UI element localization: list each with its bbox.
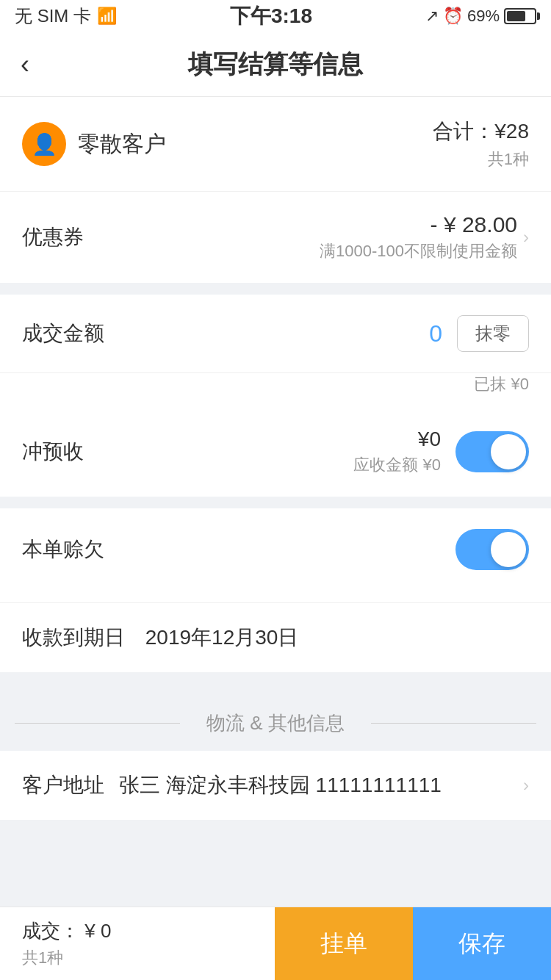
page-title: 填写结算等信息	[188, 48, 363, 82]
transaction-value: 0	[429, 320, 442, 347]
address-row[interactable]: 客户地址 张三 海淀永丰科技园 11111111111 ›	[0, 751, 551, 820]
logistics-line-right	[371, 723, 536, 724]
duedate-value: 2019年12月30日	[145, 626, 299, 649]
coupon-row[interactable]: 优惠券 - ¥ 28.00 满1000-100不限制使用金额 ›	[0, 191, 551, 283]
customer-left: 👤 零散客户	[22, 122, 166, 166]
toggle-knob	[491, 434, 526, 469]
advance-right-text: ¥0 应收金额 ¥0	[353, 428, 441, 476]
advance-sub: 应收金额 ¥0	[353, 454, 441, 476]
customer-count: 共1种	[433, 148, 529, 170]
customer-name: 零散客户	[78, 129, 166, 159]
status-right: ↗ ⏰ 69%	[425, 7, 536, 26]
debt-section: 本单赊欠 收款到期日 2019年12月30日	[0, 508, 551, 672]
coupon-right-inner: - ¥ 28.00 满1000-100不限制使用金额	[320, 212, 517, 262]
debt-toggle-knob	[491, 532, 526, 567]
round-zero-button[interactable]: 抹零	[457, 315, 529, 352]
address-value: 张三 海淀永丰科技园 11111111111	[119, 771, 523, 799]
battery-percent: 69%	[467, 7, 500, 26]
save-button[interactable]: 保存	[413, 907, 551, 981]
status-left: 无 SIM 卡 📶	[15, 4, 117, 28]
advance-label: 冲预收	[22, 438, 84, 466]
bottom-info: 成交： ¥ 0 共1种	[0, 918, 275, 969]
logistics-line-left	[15, 723, 180, 724]
advance-amount: ¥0	[353, 428, 441, 451]
debt-label: 本单赊欠	[22, 536, 104, 563]
chevron-right-icon: ›	[523, 227, 529, 248]
time-label: 下午3:18	[230, 2, 312, 30]
status-bar: 无 SIM 卡 📶 下午3:18 ↗ ⏰ 69%	[0, 0, 551, 32]
bottom-spacer	[0, 832, 551, 905]
transaction-right: 0 抹零	[429, 315, 529, 352]
transaction-sub: 已抹 ¥0	[0, 373, 551, 407]
transaction-row: 成交金额 0 抹零	[0, 295, 551, 373]
duedate-row: 收款到期日 2019年12月30日	[0, 602, 551, 672]
alarm-icon: ⏰	[443, 7, 463, 26]
customer-row: 👤 零散客户 合计：¥28 共1种	[0, 97, 551, 191]
transaction-label: 成交金额	[22, 320, 104, 347]
back-button[interactable]: ‹	[21, 49, 29, 80]
logistics-label-text: 物流 & 其他信息	[206, 710, 345, 736]
advance-row: 冲预收 ¥0 应收金额 ¥0	[0, 407, 551, 497]
location-icon: ↗	[425, 7, 439, 26]
coupon-label: 优惠券	[22, 223, 84, 251]
avatar: 👤	[22, 122, 66, 166]
avatar-icon: 👤	[32, 132, 57, 156]
advance-toggle[interactable]	[455, 431, 529, 472]
coupon-desc: 满1000-100不限制使用金额	[320, 240, 517, 262]
bottom-deal-label: 成交：	[22, 920, 79, 942]
bottom-deal-value: ¥ 0	[84, 920, 111, 942]
divider	[0, 684, 551, 696]
address-label: 客户地址	[22, 771, 104, 799]
customer-section: 👤 零散客户 合计：¥28 共1种 优惠券 - ¥ 28.00 满1000-10…	[0, 97, 551, 283]
debt-toggle[interactable]	[455, 529, 529, 570]
customer-total: 合计：¥28	[433, 118, 529, 145]
transaction-section: 成交金额 0 抹零 已抹 ¥0 冲预收 ¥0 应收金额 ¥0	[0, 295, 551, 497]
debt-row: 本单赊欠	[0, 508, 551, 591]
nav-bar: ‹ 填写结算等信息	[0, 32, 551, 97]
address-chevron-icon: ›	[523, 775, 529, 796]
bottom-count: 共1种	[22, 947, 253, 969]
duedate-label: 收款到期日	[22, 626, 125, 649]
advance-right: ¥0 应收金额 ¥0	[353, 428, 529, 476]
bottom-bar: 成交： ¥ 0 共1种 挂单 保存	[0, 907, 551, 980]
logistics-label-section: 物流 & 其他信息	[0, 696, 551, 751]
bottom-deal: 成交： ¥ 0	[22, 918, 253, 944]
coupon-right: - ¥ 28.00 满1000-100不限制使用金额 ›	[320, 212, 529, 262]
wifi-icon: 📶	[97, 7, 117, 26]
hold-button[interactable]: 挂单	[275, 907, 413, 981]
carrier-label: 无 SIM 卡	[15, 4, 91, 28]
coupon-amount: - ¥ 28.00	[320, 212, 517, 237]
address-section: 客户地址 张三 海淀永丰科技园 11111111111 ›	[0, 751, 551, 820]
battery-icon	[504, 8, 536, 24]
customer-right: 合计：¥28 共1种	[433, 118, 529, 170]
